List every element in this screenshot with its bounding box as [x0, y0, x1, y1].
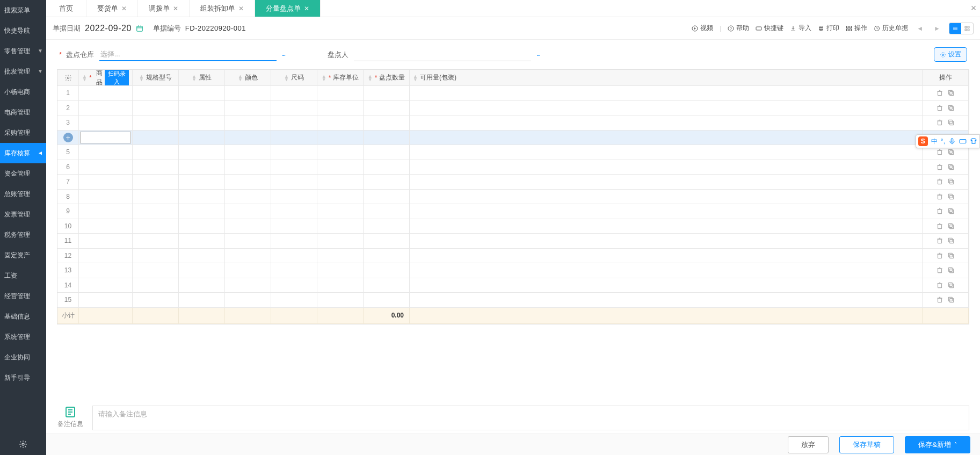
cell[interactable] [364, 204, 410, 219]
cell[interactable] [271, 175, 317, 190]
cell[interactable] [271, 278, 317, 293]
sidebar-item[interactable]: 发票管理 [0, 204, 46, 225]
cell-product[interactable] [79, 234, 133, 249]
table-row[interactable]: 12 [57, 249, 969, 264]
skin-icon[interactable] [970, 138, 977, 145]
cell[interactable] [317, 204, 364, 219]
cell-product[interactable] [79, 131, 133, 146]
copy-icon[interactable] [947, 193, 955, 200]
warehouse-more[interactable]: ··· [282, 50, 285, 59]
cell[interactable] [317, 219, 364, 234]
cell[interactable] [364, 115, 410, 131]
sidebar-item[interactable]: 固定资产 [0, 245, 46, 265]
sidebar-settings[interactable] [0, 438, 46, 455]
product-input[interactable] [80, 132, 131, 143]
col-spec[interactable]: ▲▼规格型号 [133, 70, 179, 86]
help-button[interactable]: ? 帮助 [728, 24, 749, 33]
checker-input[interactable] [354, 48, 531, 61]
import-button[interactable]: 导入 [790, 24, 811, 33]
table-row[interactable]: 3 [57, 115, 969, 131]
table-row[interactable]: 9 [57, 204, 969, 219]
sidebar-item[interactable]: 新手引导 [0, 367, 46, 388]
tab[interactable]: 调拨单✕ [138, 0, 190, 17]
cell[interactable] [133, 249, 179, 264]
sidebar-item[interactable]: 基础信息 [0, 306, 46, 327]
sidebar-item[interactable]: 系统管理 [0, 327, 46, 347]
cell[interactable] [225, 190, 271, 205]
copy-icon[interactable] [947, 296, 955, 304]
sidebar-item[interactable]: 快捷导航 [0, 20, 46, 41]
operate-button[interactable]: 操作 [846, 24, 867, 33]
col-gear[interactable] [57, 70, 79, 86]
cell[interactable] [271, 160, 317, 175]
col-size[interactable]: ▲▼尺码 [271, 70, 317, 86]
tab[interactable]: 要货单✕ [86, 0, 138, 17]
sidebar-item[interactable]: 库存核算◄ [0, 143, 46, 163]
tab[interactable]: 组装拆卸单✕ [190, 0, 255, 17]
cell-product[interactable] [79, 175, 133, 190]
sidebar-item[interactable]: 采购管理 [0, 122, 46, 143]
cell[interactable] [410, 249, 923, 264]
nav-next[interactable]: ► [932, 25, 942, 32]
copy-icon[interactable] [947, 178, 955, 185]
cell[interactable] [133, 145, 179, 160]
copy-icon[interactable] [947, 207, 955, 215]
cell[interactable] [133, 86, 179, 101]
delete-icon[interactable] [936, 148, 943, 156]
add-row-button[interactable]: + [63, 133, 73, 142]
sidebar-item[interactable]: 小畅电商 [0, 82, 46, 102]
cell-product[interactable] [79, 190, 133, 205]
cell[interactable] [364, 145, 410, 160]
copy-icon[interactable] [947, 163, 955, 171]
cell[interactable] [317, 249, 364, 264]
delete-icon[interactable] [936, 296, 943, 304]
cell[interactable] [317, 160, 364, 175]
cell[interactable] [410, 278, 923, 293]
cell-product[interactable] [79, 263, 133, 278]
cell[interactable] [410, 175, 923, 190]
cell-product[interactable] [79, 101, 133, 116]
cell[interactable] [179, 160, 225, 175]
print-button[interactable]: 打印 [818, 24, 839, 33]
tab[interactable]: 首页 [46, 0, 86, 17]
cell[interactable] [225, 160, 271, 175]
cell[interactable] [271, 293, 317, 308]
delete-icon[interactable] [936, 193, 943, 200]
close-all-tabs[interactable]: × [967, 0, 980, 17]
cell[interactable] [317, 293, 364, 308]
copy-icon[interactable] [947, 148, 955, 156]
table-row[interactable]: + [57, 131, 969, 146]
view-list[interactable] [949, 23, 961, 34]
cell[interactable] [271, 190, 317, 205]
cell[interactable] [410, 190, 923, 205]
cell[interactable] [179, 234, 225, 249]
history-button[interactable]: 历史单据 [874, 24, 908, 33]
cell[interactable] [410, 263, 923, 278]
cell[interactable] [133, 278, 179, 293]
cell[interactable] [364, 175, 410, 190]
cell[interactable] [225, 234, 271, 249]
cell[interactable] [317, 145, 364, 160]
table-row[interactable]: 2 [57, 101, 969, 116]
cell[interactable] [225, 204, 271, 219]
cell-product[interactable] [79, 145, 133, 160]
cell[interactable] [317, 175, 364, 190]
doc-date-value[interactable]: 2022-09-20 [85, 24, 132, 33]
cell[interactable] [410, 131, 923, 146]
delete-icon[interactable] [936, 222, 943, 230]
settings-button[interactable]: 设置 [934, 47, 967, 62]
copy-icon[interactable] [947, 266, 955, 274]
sidebar-item[interactable]: 总账管理 [0, 184, 46, 204]
sidebar-item[interactable]: 电商管理 [0, 102, 46, 122]
cell[interactable] [317, 131, 364, 146]
cell[interactable] [179, 86, 225, 101]
cell[interactable] [364, 190, 410, 205]
tab[interactable]: 分量盘点单✕ [255, 0, 321, 17]
sidebar-item[interactable]: 税务管理 [0, 225, 46, 245]
cell[interactable] [179, 249, 225, 264]
cell[interactable] [133, 101, 179, 116]
delete-icon[interactable] [936, 281, 943, 289]
cell[interactable] [225, 219, 271, 234]
cell[interactable] [179, 219, 225, 234]
table-row[interactable]: 8 [57, 190, 969, 205]
